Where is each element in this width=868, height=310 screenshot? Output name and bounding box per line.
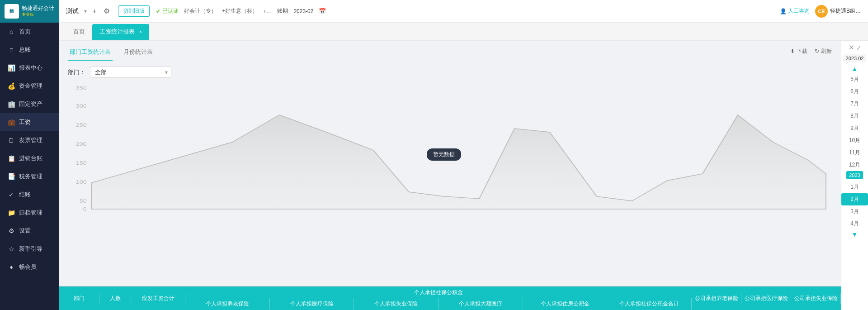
sidebar-item-tax[interactable]: 📑 税务管理: [0, 167, 59, 186]
right-panel-month-5[interactable]: 5月: [841, 73, 868, 86]
calendar-icon[interactable]: 📅: [319, 8, 326, 14]
right-panel-nav-up[interactable]: ▲: [851, 64, 859, 73]
settings-icon: ⚙: [7, 227, 15, 234]
svg-text:300: 300: [76, 103, 87, 109]
logo-name-block: 畅捷通好会计 专业版: [22, 5, 54, 18]
sidebar-item-salary-label: 工资: [19, 118, 31, 126]
sidebar-item-assets-label: 固定资产: [19, 100, 42, 108]
filter-row: 部门： 全部: [59, 61, 841, 83]
sidebar-item-inventory[interactable]: 📋 进销台账: [0, 149, 59, 167]
sidebar-item-finance[interactable]: 💰 资金管理: [0, 77, 59, 95]
topbar-settings-icon[interactable]: ⚙: [104, 7, 110, 15]
logo-text: 畅: [9, 8, 14, 14]
avatar: CE: [815, 5, 828, 18]
certified-label: 已认证: [162, 7, 179, 15]
topbar: 测试 ▾ + ⚙ 切到旧版 ✔ 已认证 好会计（专） +好生意（标） +… 账期…: [59, 0, 868, 23]
right-panel-month-2[interactable]: 2月: [841, 193, 868, 205]
status2: +好生意（标）: [222, 7, 258, 15]
right-panel-month-4[interactable]: 4月: [841, 218, 868, 230]
tab-home[interactable]: 首页: [66, 24, 92, 40]
vip-icon: ♦: [7, 263, 15, 271]
sidebar-item-archive-label: 归档管理: [19, 209, 42, 217]
right-panel-month-3[interactable]: 3月: [841, 205, 868, 218]
chart-container: 0 50 100 150 200 250 300 350: [59, 83, 841, 286]
subtab-actions: ⬇ 下载 ↻ 刷新: [790, 48, 832, 59]
tab-close-icon[interactable]: ×: [139, 29, 142, 34]
app-logo: 畅 畅捷通好会计 专业版: [0, 0, 59, 23]
th-personal-pension: 个人承担养老保险: [185, 298, 270, 310]
sidebar-item-home[interactable]: ⌂ 首页: [0, 23, 59, 41]
main-content-row: 部门工资统计表 月份统计表 ⬇ 下载 ↻ 刷新: [59, 41, 868, 310]
subtab-month-label: 月份统计表: [123, 48, 153, 55]
right-panel-month-6[interactable]: 6月: [841, 86, 868, 98]
right-panel-month-1[interactable]: 1月: [841, 181, 868, 193]
right-panel-year-2023[interactable]: 2023: [846, 171, 863, 179]
certified-badge: ✔ 已认证: [156, 7, 179, 15]
sidebar-item-invoice[interactable]: 🗒 发票管理: [0, 131, 59, 149]
sidebar-item-settle[interactable]: ✓ 结账: [0, 186, 59, 204]
settle-icon: ✓: [7, 191, 15, 198]
tab-home-label: 首页: [73, 28, 85, 35]
guide-icon: ☆: [7, 245, 15, 253]
right-panel-month-11[interactable]: 11月: [841, 147, 868, 159]
dept-filter-label: 部门：: [68, 68, 85, 76]
right-panel-month-9[interactable]: 9月: [841, 122, 868, 134]
sidebar-item-salary[interactable]: 💼 工资: [0, 113, 59, 131]
right-panel-month-8[interactable]: 8月: [841, 110, 868, 122]
sidebar-item-guide[interactable]: ☆ 新手引导: [0, 240, 59, 258]
sidebar-item-finance-label: 资金管理: [19, 82, 42, 90]
logo-icon: 畅: [5, 4, 19, 19]
app-name: 畅捷通好会计: [22, 5, 54, 12]
tab-salary-report-label: 工资统计报表: [99, 28, 135, 35]
download-btn[interactable]: ⬇ 下载: [790, 48, 807, 55]
svg-text:350: 350: [76, 85, 87, 91]
table-header: 部门 人数 应发工资合计 个人承担社保公积金 个人承担养老保险 个人承担医疗保险…: [59, 286, 841, 310]
right-panel-year-label[interactable]: 2023.02: [843, 54, 867, 62]
close-right-panel-btn[interactable]: ✕: [849, 43, 854, 52]
salary-icon: 💼: [7, 119, 15, 126]
period-label: 账期: [277, 7, 288, 15]
sidebar-item-reports-label: 报表中心: [19, 64, 42, 72]
refresh-btn[interactable]: ↻ 刷新: [815, 48, 832, 55]
sidebar-item-tax-label: 税务管理: [19, 172, 42, 181]
right-panel-month-10[interactable]: 10月: [841, 134, 868, 147]
th-company-medical: 公司承担医疗保险: [741, 293, 791, 304]
svg-text:200: 200: [76, 141, 87, 147]
right-panel-month-7[interactable]: 7月: [841, 98, 868, 110]
subtab-month[interactable]: 月份统计表: [122, 45, 155, 61]
sidebar-item-settings[interactable]: ⚙ 设置: [0, 222, 59, 240]
sidebar-item-vip[interactable]: ♦ 畅会员: [0, 258, 59, 276]
main-area: 测试 ▾ + ⚙ 切到旧版 ✔ 已认证 好会计（专） +好生意（标） +… 账期…: [59, 0, 868, 310]
help-btn[interactable]: 👤 人工咨询: [780, 7, 810, 15]
th-personal-group-cols: 个人承担养老保险 个人承担医疗保险 个人承担失业保险 个人承担大额医疗 个人承担…: [185, 298, 692, 310]
reports-icon: 📊: [7, 64, 15, 72]
dept-filter-select[interactable]: 全部: [90, 67, 171, 78]
add-icon[interactable]: +: [92, 7, 96, 15]
right-panel-month-12[interactable]: 12月: [841, 159, 868, 171]
sidebar-item-ledger[interactable]: ≡ 总账: [0, 41, 59, 59]
svg-text:150: 150: [76, 160, 87, 166]
right-panel: ✕ ⤢ 2023.02 ▲ 5月 6月 7月 8月 9月 10月 11月 12月…: [841, 41, 868, 310]
dropdown-arrow-icon[interactable]: ▾: [84, 8, 87, 14]
sidebar-item-archive[interactable]: 📁 归档管理: [0, 204, 59, 222]
tab-salary-report[interactable]: 工资统计报表 ×: [92, 24, 149, 40]
th-dept-label: 部门: [74, 295, 85, 302]
sidebar-item-ledger-label: 总账: [19, 46, 31, 54]
status1: 好会计（专）: [184, 7, 217, 15]
expand-right-panel-btn[interactable]: ⤢: [856, 43, 861, 52]
tabbar: 首页 工资统计报表 ×: [59, 23, 868, 41]
right-panel-nav-down[interactable]: ▼: [851, 230, 859, 239]
sidebar-item-assets[interactable]: 🏢 固定资产: [0, 95, 59, 113]
sidebar-item-settle-label: 结账: [19, 191, 31, 199]
th-company-unemployment: 公司承担失业保险: [791, 293, 841, 304]
subtab-dept[interactable]: 部门工资统计表: [68, 45, 113, 61]
th-dept: 部门: [59, 293, 99, 304]
svg-text:50: 50: [80, 198, 87, 204]
sidebar-item-reports[interactable]: 📊 报表中心: [0, 59, 59, 77]
user-menu-btn[interactable]: CE 轻捷通B组…: [815, 5, 861, 18]
certified-check-icon: ✔: [156, 8, 160, 14]
archive-icon: 📁: [7, 209, 15, 216]
switch-to-old-btn[interactable]: 切到旧版: [118, 5, 150, 17]
home-icon: ⌂: [7, 28, 15, 35]
subtab-dept-label: 部门工资统计表: [70, 48, 111, 55]
